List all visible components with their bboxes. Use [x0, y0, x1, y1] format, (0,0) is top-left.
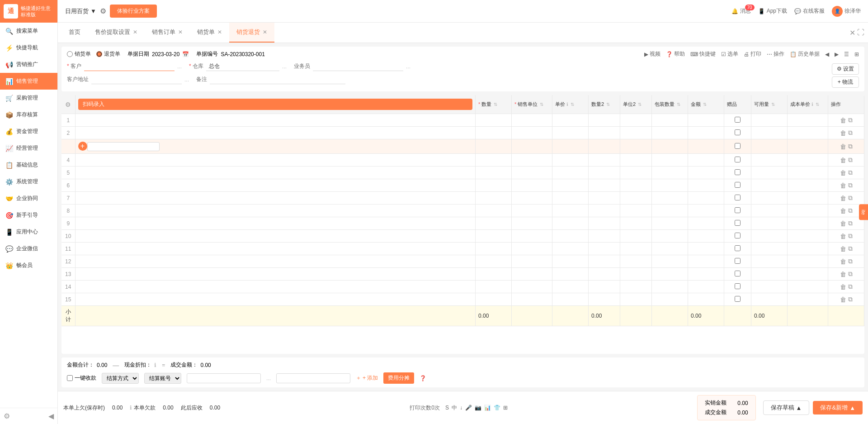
available-cell[interactable]	[751, 127, 788, 139]
amount-input[interactable]	[276, 373, 350, 383]
qty-cell[interactable]	[476, 268, 512, 281]
gift-cell[interactable]	[724, 230, 751, 243]
logistics-btn[interactable]: + 物流	[832, 76, 859, 88]
copy-row-btn[interactable]: ⧉	[848, 295, 853, 303]
product-cell[interactable]	[75, 281, 476, 293]
online-service-btn[interactable]: 💬 在线客服	[794, 7, 825, 15]
tab-close-icon[interactable]: ✕	[217, 29, 222, 35]
unit2-cell[interactable]	[620, 281, 652, 293]
costprice-cell[interactable]	[788, 205, 828, 217]
available-cell[interactable]	[751, 205, 788, 217]
add-btn[interactable]: ＋ + 添加	[356, 374, 378, 382]
delete-row-btn[interactable]: 🗑	[840, 143, 846, 150]
price-cell[interactable]	[552, 205, 589, 217]
radio-sale[interactable]: 销货单	[67, 50, 91, 58]
product-cell[interactable]	[75, 217, 476, 230]
qty2-cell[interactable]	[589, 205, 620, 217]
delete-row-btn[interactable]: 🗑	[840, 157, 846, 164]
qty2-cell[interactable]	[589, 268, 620, 281]
shortcut-btn[interactable]: ⌨ 快捷键	[690, 50, 716, 58]
copy-row-btn[interactable]: ⧉	[848, 245, 853, 252]
tool-2[interactable]: 中	[452, 404, 457, 412]
amount-cell[interactable]	[688, 205, 724, 217]
unit-cell[interactable]	[512, 243, 552, 255]
packqty-cell[interactable]	[652, 217, 688, 230]
qty2-cell[interactable]	[589, 243, 620, 255]
qty-cell[interactable]	[476, 139, 512, 154]
tab-close-icon[interactable]: ✕	[263, 29, 267, 35]
costprice-cell[interactable]	[788, 243, 828, 255]
qty-cell[interactable]	[476, 114, 512, 127]
costprice-cell[interactable]	[788, 154, 828, 167]
amount-cell[interactable]	[688, 192, 724, 205]
unit-cell[interactable]	[512, 217, 552, 230]
copy-row-btn[interactable]: ⧉	[848, 143, 853, 150]
tool-3[interactable]: ↓	[460, 405, 462, 411]
packqty-sort-icon[interactable]: ⇅	[677, 102, 680, 107]
account-input[interactable]	[187, 373, 261, 383]
amount-cell[interactable]	[688, 255, 724, 268]
costprice-cell[interactable]	[788, 127, 828, 139]
price-cell[interactable]	[552, 243, 589, 255]
gift-cell[interactable]	[724, 114, 751, 127]
unit2-cell[interactable]	[620, 179, 652, 192]
packqty-cell[interactable]	[652, 192, 688, 205]
amount-cell[interactable]	[688, 281, 724, 293]
qty-cell[interactable]	[476, 127, 512, 139]
sidebar-item-inventory[interactable]: 📦 库存核算	[0, 106, 57, 123]
amount-cell[interactable]	[688, 167, 724, 179]
unit-cell[interactable]	[512, 114, 552, 127]
gift-cell[interactable]	[724, 293, 751, 306]
qty2-cell[interactable]	[589, 127, 620, 139]
tab-sale-return[interactable]: 销货退货 ✕	[229, 23, 274, 43]
delete-row-btn[interactable]: 🗑	[840, 220, 846, 227]
customer-input[interactable]	[84, 62, 175, 71]
unit-cell[interactable]	[512, 255, 552, 268]
product-cell[interactable]	[75, 255, 476, 268]
close-tab-btn[interactable]: ✕	[849, 29, 855, 37]
notification-btn[interactable]: 🔔 消息 70	[731, 7, 751, 15]
gear-settings-btn[interactable]: ⚙	[100, 7, 106, 15]
select-btn[interactable]: ☑ 选单	[721, 50, 738, 58]
available-cell[interactable]	[751, 255, 788, 268]
price-cell[interactable]	[552, 217, 589, 230]
product-cell[interactable]	[75, 154, 476, 167]
tab-sale-goods[interactable]: 销货单 ✕	[190, 23, 229, 43]
gift-cell[interactable]	[724, 255, 751, 268]
costprice-sort-icon[interactable]: ⇅	[816, 102, 819, 107]
sidebar-item-apps[interactable]: 📱 应用中心	[0, 224, 57, 240]
delete-row-btn[interactable]: 🗑	[840, 258, 846, 265]
delete-row-btn[interactable]: 🗑	[840, 233, 846, 240]
unit2-cell[interactable]	[620, 192, 652, 205]
price-cell[interactable]	[552, 293, 589, 306]
packqty-cell[interactable]	[652, 154, 688, 167]
product-cell[interactable]	[75, 192, 476, 205]
available-cell[interactable]	[751, 154, 788, 167]
unit-cell[interactable]	[512, 281, 552, 293]
available-sort-icon[interactable]: ⇅	[771, 102, 775, 107]
right-float-tab[interactable]: ite	[859, 204, 868, 220]
costprice-cell[interactable]	[788, 281, 828, 293]
price-cell[interactable]	[552, 230, 589, 243]
print-btn[interactable]: 🖨 打印	[744, 50, 761, 58]
available-cell[interactable]	[751, 139, 788, 154]
available-cell[interactable]	[751, 192, 788, 205]
gift-cell[interactable]	[724, 217, 751, 230]
tool-1[interactable]: S	[445, 405, 449, 411]
address-input[interactable]	[91, 75, 182, 84]
product-cell[interactable]	[75, 179, 476, 192]
qty2-cell[interactable]	[589, 255, 620, 268]
sidebar-item-system[interactable]: ⚙️ 系统管理	[0, 173, 57, 190]
available-cell[interactable]	[751, 281, 788, 293]
sidebar-item-wechat[interactable]: 💬 企业微信	[0, 240, 57, 257]
list-view-btn[interactable]: ☰	[844, 51, 849, 57]
unit2-cell[interactable]	[620, 230, 652, 243]
amount-cell[interactable]	[688, 293, 724, 306]
unit-sort-icon[interactable]: ⇅	[540, 102, 543, 107]
unit-cell[interactable]	[512, 268, 552, 281]
packqty-cell[interactable]	[652, 167, 688, 179]
address-dots[interactable]: ...	[184, 76, 189, 83]
costprice-cell[interactable]	[788, 293, 828, 306]
unit2-cell[interactable]	[620, 127, 652, 139]
gift-cell[interactable]	[724, 139, 751, 154]
